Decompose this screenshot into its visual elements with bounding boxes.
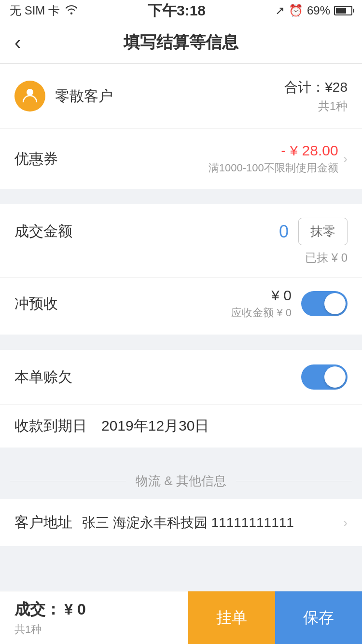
- prereceive-bottom-padding: [0, 325, 362, 335]
- bottom-deal: 成交： ¥ 0: [14, 599, 174, 620]
- coupon-info: - ¥ 28.00 满1000-100不限制使用金额: [209, 142, 338, 175]
- customer-avatar: [14, 81, 45, 112]
- debt-card: 本单赊欠 收款到期日 2019年12月30日: [0, 350, 362, 448]
- prereceive-toggle[interactable]: [301, 291, 348, 316]
- address-row[interactable]: 客户地址 张三 海淀永丰科技园 11111111111 ›: [0, 499, 362, 546]
- bottom-bar: 成交： ¥ 0 共1种 挂单 保存: [0, 591, 362, 644]
- amount-label: 成交金额: [14, 222, 72, 241]
- coupon-row[interactable]: 优惠券 - ¥ 28.00 满1000-100不限制使用金额 ›: [0, 128, 362, 189]
- prereceive-row: 冲预收 ¥ 0 应收金额 ¥ 0: [0, 277, 362, 325]
- status-time: 下午3:18: [148, 1, 206, 21]
- prereceive-main: ¥ 0: [231, 287, 292, 304]
- coupon-amount: - ¥ 28.00: [209, 142, 338, 159]
- customer-total: 合计：¥28: [284, 78, 348, 97]
- transaction-card: 成交金额 0 抹零 已抹 ¥ 0 冲预收 ¥ 0 应收金额 ¥ 0: [0, 204, 362, 335]
- address-card: 客户地址 张三 海淀永丰科技园 11111111111 ›: [0, 499, 362, 546]
- location-icon: ↗: [275, 4, 285, 17]
- status-right: ↗ ⏰ 69%: [275, 4, 352, 17]
- amount-sub: 已抹 ¥ 0: [0, 250, 362, 277]
- address-label: 客户地址: [14, 513, 72, 532]
- prereceive-amounts: ¥ 0 应收金额 ¥ 0: [231, 287, 292, 320]
- duedate-label: 收款到期日: [14, 416, 87, 436]
- svg-point-0: [27, 89, 33, 96]
- coupon-label: 优惠券: [14, 149, 58, 169]
- alarm-icon: ⏰: [289, 4, 303, 17]
- bottom-info: 成交： ¥ 0 共1种: [0, 599, 188, 637]
- battery-percent: 69%: [307, 4, 330, 17]
- customer-left: 零散客户: [14, 81, 113, 112]
- debt-label: 本单赊欠: [14, 367, 72, 387]
- section-separator-2: [0, 342, 362, 350]
- logistics-sep: [0, 455, 362, 463]
- nav-bar: ‹ 填写结算等信息: [0, 21, 362, 64]
- prereceive-right: ¥ 0 应收金额 ¥ 0: [231, 287, 348, 320]
- customer-count: 共1种: [284, 98, 348, 114]
- amount-right: 0 抹零: [279, 218, 348, 245]
- bottom-deal-amount: ¥ 0: [64, 601, 85, 618]
- coupon-right: - ¥ 28.00 满1000-100不限制使用金额 ›: [209, 142, 348, 175]
- status-left: 无 SIM 卡: [10, 3, 78, 18]
- battery-icon: [334, 6, 352, 15]
- amount-value: 0: [279, 222, 289, 242]
- content: 零散客户 合计：¥28 共1种 优惠券 - ¥ 28.00 满1000-100不…: [0, 64, 362, 612]
- customer-row: 零散客户 合计：¥28 共1种: [0, 64, 362, 128]
- hang-button[interactable]: 挂单: [188, 591, 275, 644]
- amount-row: 成交金额 0 抹零: [0, 204, 362, 250]
- wifi-icon: [65, 4, 78, 17]
- customer-card: 零散客户 合计：¥28 共1种 优惠券 - ¥ 28.00 满1000-100不…: [0, 64, 362, 189]
- customer-name: 零散客户: [55, 86, 113, 106]
- bottom-deal-label: 成交：: [14, 601, 61, 618]
- prereceive-label: 冲预收: [14, 294, 58, 314]
- back-button[interactable]: ‹: [14, 33, 21, 52]
- page-title: 填写结算等信息: [124, 31, 238, 54]
- logistics-line-left: [10, 481, 126, 481]
- customer-summary: 合计：¥28 共1种: [284, 78, 348, 114]
- duedate-row: 收款到期日 2019年12月30日: [0, 404, 362, 448]
- bottom-count: 共1种: [14, 622, 174, 637]
- logistics-line-right: [236, 481, 352, 481]
- logistics-label: 物流 & 其他信息: [136, 473, 226, 490]
- debt-row: 本单赊欠: [0, 350, 362, 404]
- no-sim-text: 无 SIM 卡: [10, 3, 60, 18]
- save-button[interactable]: 保存: [275, 591, 362, 644]
- coupon-desc: 满1000-100不限制使用金额: [209, 161, 338, 175]
- address-chevron-icon: ›: [343, 515, 348, 531]
- section-separator-1: [0, 196, 362, 204]
- round-button[interactable]: 抹零: [298, 218, 348, 245]
- debt-toggle[interactable]: [301, 364, 348, 390]
- avatar-icon: [21, 86, 39, 107]
- prereceive-sub: 应收金额 ¥ 0: [231, 306, 292, 320]
- address-value: 张三 海淀永丰科技园 11111111111: [82, 514, 334, 532]
- duedate-value: 2019年12月30日: [101, 416, 209, 436]
- coupon-chevron-icon: ›: [343, 151, 348, 167]
- logistics-header: 物流 & 其他信息: [0, 463, 362, 499]
- status-bar: 无 SIM 卡 下午3:18 ↗ ⏰ 69%: [0, 0, 362, 21]
